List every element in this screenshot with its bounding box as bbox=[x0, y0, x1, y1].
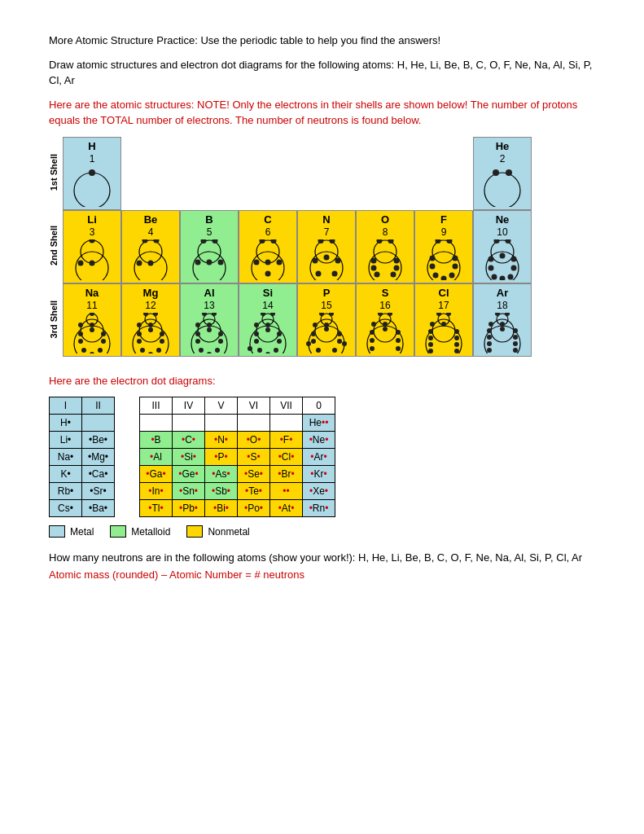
svg-point-110 bbox=[218, 331, 223, 336]
svg-point-124 bbox=[254, 323, 259, 327]
svg-point-199 bbox=[487, 341, 492, 346]
svg-point-1 bbox=[89, 169, 95, 176]
svg-point-85 bbox=[90, 327, 94, 332]
svg-point-83 bbox=[81, 348, 86, 353]
svg-point-146 bbox=[316, 348, 321, 353]
svg-point-81 bbox=[78, 339, 83, 344]
svg-point-49 bbox=[391, 271, 396, 277]
pt-cell-Na: Na 11 bbox=[63, 283, 121, 357]
pt-cell-P: P 15 bbox=[297, 283, 356, 357]
svg-point-68 bbox=[511, 265, 517, 270]
svg-point-156 bbox=[378, 313, 383, 316]
svg-point-112 bbox=[218, 339, 223, 344]
svg-point-38 bbox=[316, 270, 322, 276]
svg-point-129 bbox=[257, 348, 262, 353]
svg-point-200 bbox=[513, 341, 518, 346]
svg-point-14 bbox=[148, 260, 154, 266]
svg-point-94 bbox=[137, 331, 142, 336]
svg-point-194 bbox=[488, 322, 493, 327]
svg-point-182 bbox=[454, 342, 459, 347]
pt-row-2: Li 3 Be 4 bbox=[63, 210, 532, 283]
atom-B bbox=[185, 239, 234, 280]
svg-point-8 bbox=[90, 260, 95, 266]
svg-point-39 bbox=[332, 270, 338, 276]
svg-point-78 bbox=[78, 323, 83, 327]
legend-metal-box bbox=[49, 525, 65, 538]
svg-point-109 bbox=[195, 331, 200, 336]
svg-point-46 bbox=[371, 265, 377, 270]
svg-point-157 bbox=[388, 313, 392, 316]
svg-point-165 bbox=[396, 346, 401, 351]
pt-cell-F: F 9 bbox=[414, 210, 473, 283]
svg-point-3 bbox=[493, 169, 499, 176]
atomic-structure-table: 1st Shell 2nd Shell 3rd Shell H 1 bbox=[49, 137, 595, 357]
svg-point-164 bbox=[370, 346, 375, 351]
atom-Mg bbox=[126, 313, 175, 353]
pt-row-1: H 1 He 2 bbox=[63, 137, 532, 210]
svg-point-58 bbox=[433, 272, 439, 278]
svg-point-4 bbox=[506, 169, 512, 176]
legend-metal-label: Metal bbox=[70, 526, 94, 538]
svg-point-201 bbox=[487, 348, 492, 353]
spacer bbox=[239, 137, 297, 210]
shell-label-1: 1st Shell bbox=[49, 150, 59, 195]
svg-point-184 bbox=[454, 349, 459, 353]
svg-point-15 bbox=[137, 260, 142, 266]
bottom-text-1: How many neutrons are in the following a… bbox=[49, 550, 595, 567]
svg-point-197 bbox=[487, 335, 492, 340]
pt-cell-C: C 6 bbox=[239, 210, 297, 283]
electron-dot-section: I II H• Li• •Be• Na• •Mg• K• •Ca• Rb• •S… bbox=[49, 397, 595, 517]
svg-point-179 bbox=[428, 336, 433, 340]
svg-point-113 bbox=[199, 348, 204, 353]
legend-metalloid: Metalloid bbox=[110, 525, 170, 538]
svg-point-162 bbox=[370, 338, 375, 343]
svg-point-7 bbox=[90, 239, 95, 244]
svg-point-70 bbox=[508, 274, 514, 279]
svg-point-27 bbox=[265, 259, 271, 265]
legend-nonmetal: Nonmetal bbox=[186, 525, 249, 538]
svg-point-37 bbox=[324, 254, 330, 260]
legend-metalloid-label: Metalloid bbox=[131, 526, 170, 538]
shell-labels: 1st Shell 2nd Shell 3rd Shell bbox=[49, 137, 59, 357]
svg-point-76 bbox=[90, 313, 94, 316]
svg-point-107 bbox=[207, 323, 212, 327]
atom-O bbox=[361, 239, 410, 280]
svg-point-183 bbox=[428, 349, 433, 353]
svg-point-69 bbox=[492, 274, 497, 279]
svg-point-35 bbox=[313, 257, 318, 263]
svg-point-191 bbox=[495, 313, 500, 316]
svg-point-168 bbox=[383, 327, 388, 331]
svg-point-90 bbox=[143, 313, 148, 316]
svg-point-47 bbox=[394, 265, 400, 270]
svg-point-152 bbox=[342, 341, 347, 346]
svg-point-142 bbox=[311, 331, 316, 336]
svg-point-30 bbox=[277, 259, 283, 265]
atom-He bbox=[478, 166, 527, 207]
atom-Ne bbox=[478, 239, 527, 280]
svg-point-195 bbox=[487, 328, 492, 333]
svg-point-79 bbox=[78, 331, 83, 336]
atom-H bbox=[68, 166, 116, 207]
svg-point-82 bbox=[101, 339, 106, 344]
svg-point-80 bbox=[101, 331, 106, 336]
legend-metal: Metal bbox=[49, 525, 94, 538]
svg-point-174 bbox=[446, 313, 451, 316]
pt-cell-Li: Li 3 bbox=[63, 210, 121, 283]
atom-P bbox=[302, 313, 351, 353]
svg-point-148 bbox=[324, 327, 329, 331]
svg-point-143 bbox=[337, 331, 342, 336]
spacer bbox=[180, 137, 239, 210]
pt-row-3: Na 11 bbox=[63, 283, 532, 357]
pt-cell-He: He 2 bbox=[473, 137, 532, 210]
svg-point-121 bbox=[261, 313, 265, 316]
svg-point-55 bbox=[453, 255, 458, 261]
svg-point-178 bbox=[454, 329, 459, 334]
atom-Ar bbox=[478, 313, 527, 353]
svg-point-176 bbox=[430, 322, 435, 327]
svg-point-97 bbox=[160, 339, 164, 344]
pt-grid: H 1 He 2 bbox=[63, 137, 532, 357]
legend: Metal Metalloid Nonmetal bbox=[49, 525, 595, 538]
spacer bbox=[121, 137, 180, 210]
svg-point-65 bbox=[488, 256, 494, 261]
svg-point-98 bbox=[140, 348, 145, 353]
